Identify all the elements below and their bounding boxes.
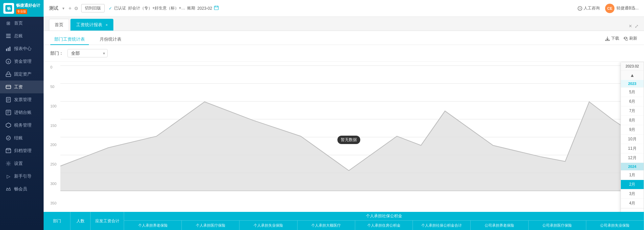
archive-icon (5, 148, 11, 154)
tab-home[interactable]: 首页 (49, 19, 69, 31)
help-button[interactable]: ? 人工咨询 (578, 5, 600, 11)
guide-icon: ▷ (5, 173, 11, 179)
topbar: 测试 ▾ + ⚙ 切到旧版 ✓ 已认证 好会计（专）+好生意（标）+… 账期 2… (44, 0, 644, 17)
date-panel: 2023.02 ▲ 2023 5月 6月 7月 8月 9月 10月 11月 12… (621, 62, 644, 212)
sidebar-item-settings[interactable]: 设置 (0, 157, 44, 170)
th-group-personal-cells: 个人承担养老保险 个人承担医疗保险 个人承担失业保险 个人承担大额医疗 个人承担… (124, 221, 644, 230)
date-panel-nav-down: ▼ (621, 208, 644, 212)
sidebar-item-label: 报表中心 (14, 46, 32, 52)
close-panel-icon[interactable]: × (629, 23, 632, 29)
sidebar-item-guide[interactable]: ▷ 新手引导 (0, 170, 44, 183)
table-header: 部门 人数 应发工资合计 个人承担社保公积金 个人承担养老保险 个人承担医疗保险… (44, 212, 644, 230)
th-count: 人数 (70, 212, 91, 230)
svg-rect-17 (6, 110, 11, 115)
status-area: ✓ 已认证 好会计（专）+好生意（标）+… 账期 2023-02 (109, 5, 219, 11)
certified-badge: ✓ (109, 6, 112, 11)
salary-icon (5, 84, 11, 90)
th-personal-unemployment: 个人承担失业保险 (239, 221, 297, 230)
date-month-feb-2024[interactable]: 2月 (621, 180, 644, 189)
calendar-icon[interactable] (214, 5, 219, 11)
subtab-dept[interactable]: 部门工资统计表 (50, 34, 89, 45)
sidebar-item-invoices[interactable]: 发票管理 (0, 93, 44, 106)
sidebar-item-assets[interactable]: 固定资产 (0, 68, 44, 81)
account-tags: 好会计（专）+好生意（标）+… (128, 5, 185, 11)
subtab-monthly[interactable]: 月份统计表 (96, 34, 125, 45)
sidebar-item-funds[interactable]: ¥ 资金管理 (0, 55, 44, 68)
chart-main: 暂无数据 (60, 65, 637, 212)
date-month-jan-2024[interactable]: 1月 (621, 171, 644, 180)
sidebar-item-label: 归档管理 (14, 148, 32, 154)
date-year-2023: 2023 (621, 80, 644, 88)
date-nav-down-icon[interactable]: ▼ (629, 210, 636, 212)
dept-select-wrap: 全部 行政部 财务部 销售部 (67, 49, 108, 57)
sidebar-item-label: 发票管理 (14, 97, 32, 103)
date-month-mar-2024[interactable]: 3月 (621, 189, 644, 199)
sidebar-item-tax[interactable]: 税务管理 (0, 119, 44, 132)
svg-rect-2 (6, 34, 11, 35)
logo-badge: 专业版 (16, 9, 27, 14)
th-group-personal-header: 个人承担社保公积金 (124, 212, 644, 221)
th-personal-pension: 个人承担养老保险 (124, 221, 182, 230)
tab-close-icon[interactable]: × (106, 23, 108, 27)
date-month-nov[interactable]: 11月 (621, 144, 644, 153)
period-value: 2023-02 (197, 6, 212, 11)
help-label: 人工咨询 (584, 5, 600, 11)
date-month-apr-2024[interactable]: 4月 (621, 199, 644, 208)
svg-rect-7 (9, 47, 10, 51)
logo-area: 畅 畅捷通好会计 专业版 (0, 0, 44, 17)
sidebar: 畅 畅捷通好会计 专业版 ⊞ 首页 总账 报表中心 ¥ 资金管理 固定资产 (0, 0, 44, 230)
topbar-actions: + ⚙ 切到旧版 (68, 4, 105, 12)
expand-icon[interactable]: ⤢ (635, 24, 639, 29)
date-month-dec[interactable]: 12月 (621, 153, 644, 163)
date-month-jul[interactable]: 7月 (621, 106, 644, 116)
tab-salary[interactable]: 工资统计报表 × (70, 19, 113, 31)
th-company-pension: 公司承担养老保险 (471, 221, 528, 230)
date-month-aug[interactable]: 8月 (621, 116, 644, 125)
sidebar-item-home[interactable]: ⊞ 首页 (0, 17, 44, 30)
sidebar-item-reports[interactable]: 报表中心 (0, 42, 44, 55)
th-group-personal: 个人承担社保公积金 个人承担养老保险 个人承担医疗保险 个人承担失业保险 个人承… (124, 212, 644, 230)
sidebar-item-vip[interactable]: 畅会员 (0, 183, 44, 195)
svg-rect-10 (6, 74, 11, 77)
vip-icon (5, 186, 11, 192)
sidebar-item-ledger[interactable]: 总账 (0, 30, 44, 42)
date-panel-current: 2023.02 (621, 62, 644, 71)
svg-rect-6 (8, 48, 9, 51)
th-dept: 部门 (44, 212, 70, 230)
user-area[interactable]: CE 轻捷通B迅... (605, 4, 639, 13)
logo-text: 畅捷通好会计 专业版 (16, 3, 40, 14)
sidebar-item-label: 工资 (14, 84, 23, 90)
download-button[interactable]: 下载 (605, 36, 619, 41)
svg-point-23 (8, 163, 9, 165)
svg-rect-24 (214, 6, 218, 10)
sidebar-item-archive[interactable]: 归档管理 (0, 144, 44, 157)
company-name: 测试 (49, 5, 58, 11)
content-area: 部门工资统计表 月份统计表 下载 刷新 部门： 全部 行政部 财务部 (44, 31, 644, 230)
dept-filter-label: 部门： (50, 50, 63, 56)
sidebar-item-label: 首页 (14, 20, 23, 26)
sidebar-item-settle[interactable]: 结账 (0, 132, 44, 144)
chart-section: 350 300 250 200 150 100 50 0 (44, 62, 644, 212)
date-month-jun[interactable]: 6月 (621, 97, 644, 106)
refresh-button[interactable]: 刷新 (623, 36, 637, 41)
sidebar-item-salary[interactable]: 工资 (0, 81, 44, 93)
logo-icon: 畅 (3, 3, 14, 14)
date-month-sep[interactable]: 9月 (621, 125, 644, 135)
date-month-oct[interactable]: 10月 (621, 135, 644, 144)
invoices-icon (5, 97, 11, 103)
svg-rect-5 (6, 49, 7, 51)
add-icon[interactable]: + (68, 5, 71, 11)
company-dropdown-icon[interactable]: ▾ (62, 6, 64, 11)
svg-text:?: ? (579, 7, 581, 10)
chart-tooltip: 暂无数据 (337, 136, 360, 144)
settings-topbar-icon[interactable]: ⚙ (74, 6, 78, 11)
reports-icon (5, 46, 11, 52)
svg-text:畅: 畅 (7, 6, 11, 10)
date-month-may[interactable]: 5月 (621, 88, 644, 97)
dept-select[interactable]: 全部 行政部 财务部 销售部 (67, 49, 108, 57)
funds-icon: ¥ (5, 58, 11, 64)
switch-old-button[interactable]: 切到旧版 (81, 4, 105, 12)
tabbar: 首页 工资统计报表 × × ⤢ (44, 17, 644, 31)
sidebar-item-sales[interactable]: 进销台账 (0, 106, 44, 119)
date-nav-up-icon[interactable]: ▲ (629, 72, 636, 79)
